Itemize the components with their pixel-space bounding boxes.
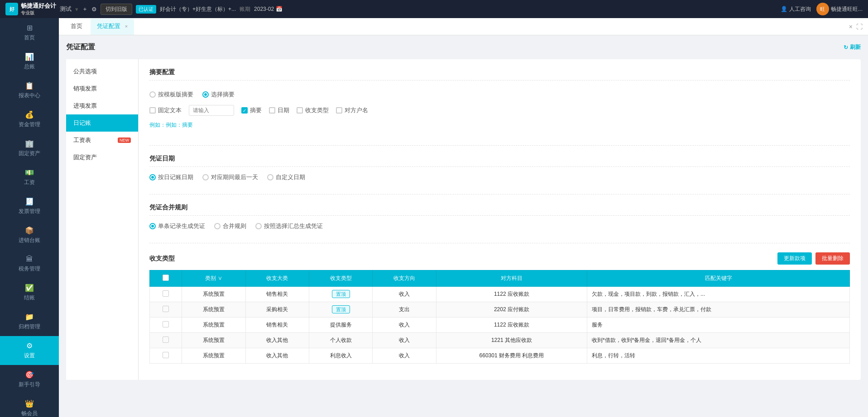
row-checkbox[interactable] — [163, 306, 169, 312]
sidebar-item-label: 工资 — [24, 179, 35, 186]
user-item[interactable]: 旺 畅捷通旺旺... — [816, 3, 863, 15]
checkbox-counterparty[interactable]: 对方户名 — [336, 106, 368, 114]
sidebar-item-archive[interactable]: 📁 归档管理 — [0, 307, 59, 336]
sidebar-item-member[interactable]: 👑 畅会员 — [0, 394, 59, 417]
checkbox-summary[interactable]: ✓ 摘要 — [241, 106, 262, 114]
cell-direction: 收入 — [373, 287, 436, 302]
row-checkbox[interactable] — [163, 352, 169, 358]
top-bar: 好 畅捷通好会计 专业版 测试 ▾ ＋ ⚙ 切到旧版 已认证 好会计（专）+好生… — [0, 0, 868, 18]
table-row: 系统预置销售相关提供服务收入1122 应收账款服务 — [150, 317, 850, 333]
refresh-button[interactable]: ↻ 刷新 — [844, 43, 861, 51]
col-direction: 收支方向 — [373, 270, 436, 287]
salary-icon: 💵 — [25, 168, 34, 177]
row-checkbox[interactable] — [163, 321, 169, 327]
settings-icon[interactable]: ⚙ — [91, 6, 97, 13]
cell-keywords: 服务 — [587, 317, 850, 333]
company-name: 测试 — [60, 5, 72, 13]
assets-icon: 🏢 — [25, 139, 34, 148]
switch-version-button[interactable]: 切到旧版 — [101, 4, 132, 15]
close-period-icon: ✅ — [25, 284, 34, 292]
sidebar-item-salary[interactable]: 💵 工资 — [0, 163, 59, 192]
col-checkbox[interactable] — [150, 270, 182, 287]
update-items-button[interactable]: 更新款项 — [777, 252, 812, 265]
checkbox-fixed-text[interactable]: 固定文本 — [149, 106, 182, 114]
cell-main-type: 收入其他 — [245, 333, 309, 348]
top-actions: ＋ ⚙ 切到旧版 已认证 好会计（专）+好生意（标）+... 账期 2023-0… — [82, 4, 283, 15]
separator-2 — [149, 194, 850, 194]
top-tag[interactable]: 置顶 — [332, 305, 350, 313]
nav-item-sales-invoice[interactable]: 销项发票 — [66, 80, 138, 97]
sidebar-item-label: 首页 — [24, 34, 35, 42]
sidebar-item-reports[interactable]: 📋 报表中心 — [0, 76, 59, 105]
radio-circle-last — [202, 174, 209, 180]
sidebar-item-home[interactable]: ⊞ 首页 — [0, 18, 59, 47]
sidebar-item-tax[interactable]: 🏛 税务管理 — [0, 250, 59, 278]
add-icon[interactable]: ＋ — [82, 5, 88, 13]
radio-circle-select — [202, 91, 209, 98]
logo-text-sub: 专业版 — [21, 10, 56, 16]
nav-item-journal[interactable]: 日记账 — [66, 114, 138, 132]
sidebar-item-close[interactable]: ✅ 结账 — [0, 278, 59, 307]
tab-close-icon[interactable]: × — [125, 24, 128, 29]
avatar: 旺 — [816, 3, 829, 15]
ledger-icon: 📊 — [25, 52, 34, 61]
cell-category: 系统预置 — [182, 287, 245, 302]
radio-template-summary[interactable]: 按模板版摘要 — [149, 90, 193, 99]
cell-subject: 1122 应收账款 — [436, 317, 587, 333]
sidebar-item-guide[interactable]: 🎯 新手引导 — [0, 365, 59, 394]
radio-single-record[interactable]: 单条记录生成凭证 — [149, 222, 205, 230]
tab-voucher-config[interactable]: 凭证配置 × — [91, 19, 134, 35]
sidebar-item-assets[interactable]: 🏢 固定资产 — [0, 134, 59, 163]
row-checkbox[interactable] — [163, 336, 169, 343]
tab-close-button[interactable]: × — [849, 23, 853, 30]
support-item[interactable]: 👤 人工咨询 — [781, 5, 811, 13]
finance-icon: 💰 — [25, 110, 34, 119]
top-tag[interactable]: 置顶 — [332, 290, 350, 298]
row-checkbox[interactable] — [163, 290, 169, 297]
summary-checkbox-group: 固定文本 ✓ 摘要 日期 — [149, 105, 850, 116]
support-icon: 👤 — [781, 6, 787, 12]
left-nav: 公共选项 销项发票 进项发票 日记账 工资表 NEW — [66, 59, 139, 380]
sidebar-item-finance[interactable]: 💰 资金管理 — [0, 105, 59, 134]
nav-item-public[interactable]: 公共选项 — [66, 63, 138, 80]
table-row: 系统预置销售相关置顶收入1122 应收账款欠款，现金，项目款，到款，报销款，汇入… — [150, 287, 850, 302]
home-icon: ⊞ — [27, 24, 33, 32]
income-table: 类别 ∨ 收支大类 收支类型 收支方向 对方科目 匹配关键字 系统预置销售相关置… — [149, 270, 850, 364]
content-area: 首页 凭证配置 × × ⛶ 凭证配置 ↻ 刷新 — [59, 18, 868, 417]
tab-home[interactable]: 首页 — [64, 19, 89, 35]
sidebar-item-sales[interactable]: 📦 进销台账 — [0, 221, 59, 250]
sidebar-item-label: 归档管理 — [19, 323, 40, 331]
radio-custom-date[interactable]: 自定义日期 — [267, 173, 305, 181]
header-checkbox[interactable] — [163, 275, 169, 281]
nav-item-payroll[interactable]: 工资表 NEW — [66, 132, 138, 149]
radio-summary-generate[interactable]: 按照选择汇总生成凭证 — [255, 222, 323, 230]
cell-direction: 收入 — [373, 317, 436, 333]
checkbox-type[interactable]: 收支类型 — [297, 106, 329, 114]
nav-item-fixed-assets[interactable]: 固定资产 — [66, 149, 138, 166]
cell-keywords: 欠款，现金，项目款，到款，报销款，汇入，... — [587, 287, 850, 302]
logo: 好 畅捷通好会计 专业版 — [5, 2, 56, 16]
sidebar-item-label: 税务管理 — [19, 265, 40, 273]
income-type-section: 收支类型 更新款项 批量删除 类别 ∨ 收支大类 — [149, 252, 850, 364]
income-buttons: 更新款项 批量删除 — [777, 252, 850, 265]
radio-circle-single — [149, 223, 156, 229]
checkbox-date[interactable]: 日期 — [269, 106, 289, 114]
sidebar-item-ledger[interactable]: 📊 总账 — [0, 47, 59, 76]
radio-journal-date[interactable]: 按日记账日期 — [149, 173, 193, 181]
sidebar-item-settings[interactable]: ⚙ 设置 — [0, 336, 59, 365]
radio-circle-journal — [149, 174, 156, 180]
page-title-text: 凭证配置 — [66, 43, 95, 52]
sidebar-item-label: 发票管理 — [19, 208, 40, 215]
batch-delete-button[interactable]: 批量删除 — [815, 252, 850, 265]
page-content: 凭证配置 ↻ 刷新 公共选项 销项发票 进项发票 — [59, 35, 868, 417]
main-layout: ⊞ 首页 📊 总账 📋 报表中心 💰 资金管理 🏢 固定资产 💵 工资 🧾 发票… — [0, 18, 868, 417]
sidebar-item-invoice[interactable]: 🧾 发票管理 — [0, 192, 59, 221]
separator-3 — [149, 243, 850, 243]
radio-select-summary[interactable]: 选择摘要 — [202, 90, 235, 99]
tab-fullscreen-button[interactable]: ⛶ — [856, 23, 863, 30]
radio-merge-rule[interactable]: 合并规则 — [214, 222, 246, 230]
fixed-text-input[interactable] — [189, 105, 234, 116]
nav-item-purchase-invoice[interactable]: 进项发票 — [66, 97, 138, 114]
calendar-icon[interactable]: 📅 — [276, 6, 283, 12]
radio-period-last-day[interactable]: 对应期间最后一天 — [202, 173, 258, 181]
